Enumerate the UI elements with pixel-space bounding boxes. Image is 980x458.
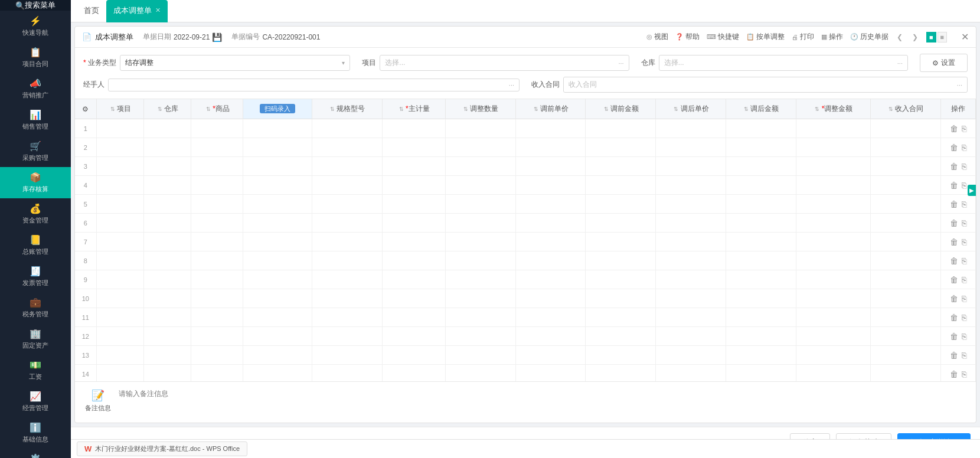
business-type-field: * 业务类型 结存调整 ▾ [83,55,350,71]
search-icon: 🔍 [15,1,25,10]
view-list-btn[interactable]: ≡ [937,32,947,42]
row-delete-btn[interactable]: 🗑 [950,351,958,360]
business-type-input[interactable]: 结存调整 ▾ [120,55,350,71]
row-delete-btn[interactable]: 🗑 [950,181,958,190]
row-copy-btn[interactable]: ⎘ [962,218,966,228]
sidebar-item-basic-info[interactable]: ℹ️基础信息 [0,417,71,449]
view-action[interactable]: ◎ 视图 [646,32,668,42]
payroll-icon: 💵 [30,359,41,371]
settings-button[interactable]: ⚙ 设置 [920,54,968,72]
table-row: 2 🗑 ⎘ [75,138,976,157]
sidebar-item-payroll[interactable]: 💵工资 [0,355,71,386]
row-copy-btn[interactable]: ⎘ [962,143,966,152]
panel-close-btn[interactable]: ✕ [961,31,969,42]
side-panel-indicator[interactable]: ▶ [968,185,976,196]
data-table: ⚙ ⇅ 项目 ⇅ 仓库 ⇅ *商品 扫码录入 ⇅ 规格型号 ⇅ *主计量 ⇅ 调… [75,99,976,381]
history-action[interactable]: 🕐 历史单据 [850,32,888,42]
warehouse-input[interactable]: 选择... ··· [659,55,908,71]
tab-cost-adjust[interactable]: 成本调整单✕ [106,0,168,22]
sidebar-item-ops-mgmt[interactable]: 📈经营管理 [0,386,71,417]
wps-icon: W [84,444,92,453]
row-delete-btn[interactable]: 🗑 [950,143,958,152]
notes-input[interactable] [119,387,968,405]
taskbar: W 木门行业好业财处理方案-墓红红.doc - WPS Office [71,439,980,458]
main-area: 首页成本调整单✕ 📄 成本调整单 单据日期 2022-09-21 💾 单据编号 … [71,0,980,458]
col-actions: 操作 [940,99,975,119]
row-delete-btn[interactable]: 🗑 [950,162,958,171]
tab-home[interactable]: 首页 [77,0,106,22]
table-row: 12 🗑 ⎘ [75,327,976,346]
row-copy-btn[interactable]: ⎘ [962,237,966,247]
row-delete-btn[interactable]: 🗑 [950,294,958,303]
row-copy-btn[interactable]: ⎘ [962,332,966,341]
table-row: 1 🗑 ⎘ [75,119,976,138]
row-delete-btn[interactable]: 🗑 [950,275,958,284]
form-row-1: * 业务类型 结存调整 ▾ 项目 选择... ··· 仓库 [83,54,968,72]
sidebar-item-sales-mgmt[interactable]: 📊销售管理 [0,104,71,136]
sidebar-item-tax-mgmt[interactable]: 💼税务管理 [0,292,71,323]
tab-close-cost-adjust[interactable]: ✕ [155,6,161,14]
sidebar-item-fixed-assets[interactable]: 🏢固定资产 [0,323,71,355]
sidebar-item-sys-mgmt[interactable]: ⚙️系统管理 [0,449,71,458]
col-warehouse: ⇅ 仓库 [143,99,191,119]
row-delete-btn[interactable]: 🗑 [950,369,958,379]
col-after-price: ⇅ 调后单价 [656,99,726,119]
row-copy-btn[interactable]: ⎘ [962,181,966,190]
taskbar-wps-item[interactable]: W 木门行业好业财处理方案-墓红红.doc - WPS Office [77,441,247,456]
sidebar-item-invoice-mgmt[interactable]: 🧾发票管理 [0,261,71,292]
row-delete-btn[interactable]: 🗑 [950,218,958,228]
date-value: 2022-09-21 [174,33,210,41]
row-delete-btn[interactable]: 🗑 [950,332,958,341]
print-action[interactable]: 🖨 打印 [792,32,814,42]
shortcut-action[interactable]: ⌨ 快捷键 [707,32,739,42]
save-doc-icon[interactable]: 💾 [212,32,222,42]
row-copy-btn[interactable]: ⎘ [962,124,966,133]
ops-mgmt-icon: 📈 [30,391,41,402]
table-area[interactable]: ⚙ ⇅ 项目 ⇅ 仓库 ⇅ *商品 扫码录入 ⇅ 规格型号 ⇅ *主计量 ⇅ 调… [75,99,976,381]
col-scan[interactable]: 扫码录入 [243,99,312,119]
row-copy-btn[interactable]: ⎘ [962,199,966,209]
col-before-price: ⇅ 调前单价 [515,99,586,119]
row-delete-btn[interactable]: 🗑 [950,124,958,133]
row-copy-btn[interactable]: ⎘ [962,351,966,360]
sidebar-item-project-contract[interactable]: 📋项目合同 [0,42,71,73]
fixed-assets-icon: 🏢 [30,328,41,339]
sidebar-search-bar[interactable]: 🔍 搜索菜单 [0,0,71,11]
sidebar-item-ledger-mgmt[interactable]: 📒总账管理 [0,230,71,261]
col-income-contract: ⇅ 收入合同 [870,99,940,119]
project-input[interactable]: 选择... ··· [380,55,629,71]
form-area: * 业务类型 结存调整 ▾ 项目 选择... ··· 仓库 [75,48,976,99]
panel-title: 📄 成本调整单 [82,32,133,42]
row-copy-btn[interactable]: ⎘ [962,313,966,322]
tab-bar: 首页成本调整单✕ [71,0,980,22]
operations-action[interactable]: ▦ 操作 [821,32,843,42]
col-spec: ⇅ 规格型号 [312,99,382,119]
batch-edit-action[interactable]: 📋 按单调整 [746,32,785,42]
sidebar-item-inventory-calc[interactable]: 📦库存核算 [0,167,71,198]
tax-mgmt-icon: 💼 [30,297,41,308]
row-copy-btn[interactable]: ⎘ [962,162,966,171]
income-contract-field: 收入合同 收入合同 ··· [531,77,968,93]
funds-mgmt-icon: 💰 [30,203,41,214]
doc-icon: 📄 [82,32,92,41]
quick-nav-icon: ⚡ [30,15,41,27]
row-copy-btn[interactable]: ⎘ [962,256,966,266]
panel-title-text: 成本调整单 [95,32,133,42]
view-table-btn[interactable]: ■ [926,32,936,42]
row-delete-btn[interactable]: 🗑 [950,256,958,266]
sidebar-item-sales-promotion[interactable]: 📣营销推广 [0,73,71,104]
sidebar-item-purchase-mgmt[interactable]: 🛒采购管理 [0,136,71,167]
row-delete-btn[interactable]: 🗑 [950,199,958,209]
sidebar-item-funds-mgmt[interactable]: 💰资金管理 [0,198,71,230]
table-settings-col[interactable]: ⚙ [75,99,96,119]
row-delete-btn[interactable]: 🗑 [950,237,958,247]
handler-input[interactable]: ··· [108,78,520,91]
row-copy-btn[interactable]: ⎘ [962,275,966,284]
panel-date: 单据日期 2022-09-21 💾 [143,32,222,42]
sidebar-item-quick-nav[interactable]: ⚡快速导航 [0,11,71,42]
row-copy-btn[interactable]: ⎘ [962,294,966,303]
row-delete-btn[interactable]: 🗑 [950,313,958,322]
income-contract-input[interactable]: 收入合同 ··· [563,77,968,93]
help-action[interactable]: ❓ 帮助 [675,32,700,42]
row-copy-btn[interactable]: ⎘ [962,369,966,379]
